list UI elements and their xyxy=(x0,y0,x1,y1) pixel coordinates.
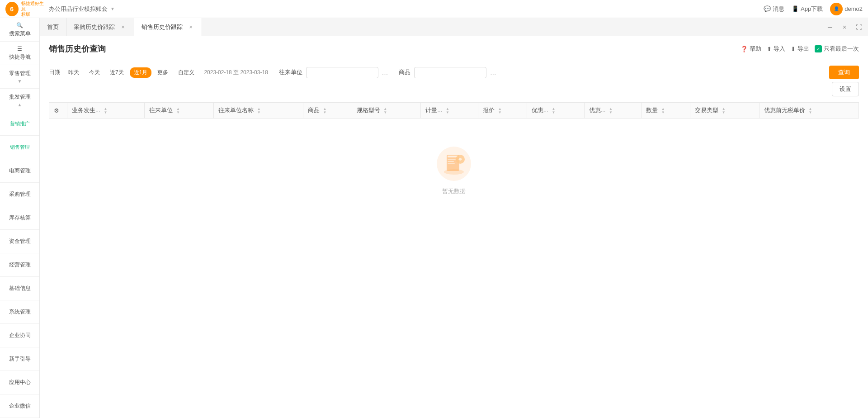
date-btn-custom[interactable]: 自定义 xyxy=(174,67,198,78)
app-download-button[interactable]: 📱 App下载 xyxy=(792,5,823,13)
sidebar-item-inventory[interactable]: 库存核算 xyxy=(0,206,39,230)
col-price[interactable]: 报价 ▲▼ xyxy=(478,103,527,119)
date-label: 日期 xyxy=(49,68,61,76)
sidebar-item-operations[interactable]: 经营管理 xyxy=(0,253,39,277)
table-area: ⚙ 业务发生... ▲▼ 往来单位 ▲▼ 往来单位名称 xyxy=(40,102,868,223)
date-btn-yesterday[interactable]: 昨天 xyxy=(64,67,83,78)
user-profile[interactable]: 👤 demo2 xyxy=(830,3,863,15)
sidebar-item-system[interactable]: 系统管理 xyxy=(0,300,39,324)
sidebar-item-app-center[interactable]: 应用中心 xyxy=(0,371,39,394)
sort-icon: ▲▼ xyxy=(722,107,726,114)
partner-dots[interactable]: ... xyxy=(382,68,388,76)
col-goods[interactable]: 商品 ▲▼ xyxy=(303,103,352,119)
col-partner-name[interactable]: 往来单位名称 ▲▼ xyxy=(214,103,303,119)
page-title: 销售历史价查询 xyxy=(49,43,106,54)
col-quantity[interactable]: 数量 ▲▼ xyxy=(642,103,690,119)
filter-line-1: 日期 昨天 今天 近7天 近1月 更多 自定义 2023-02-18 至 202… xyxy=(49,66,859,79)
settings-button[interactable]: 设置 xyxy=(832,82,859,96)
query-button[interactable]: 查询 xyxy=(829,66,859,79)
sidebar-search[interactable]: 🔍 搜索菜单 xyxy=(0,18,39,42)
partner-input[interactable] xyxy=(306,67,378,78)
import-button[interactable]: ⬆ 导入 xyxy=(767,45,785,53)
tab-close-all-button[interactable]: × xyxy=(839,22,850,33)
col-pre-tax-price[interactable]: 优惠前无税单价 ▲▼ xyxy=(759,103,859,119)
sidebar-item-wholesale[interactable]: 批发管理 ▲ xyxy=(0,89,39,112)
date-filter-group: 日期 昨天 今天 近7天 近1月 更多 自定义 2023-02-18 至 202… xyxy=(49,67,268,78)
date-range-display: 2023-02-18 至 2023-03-18 xyxy=(204,69,268,76)
empty-icon xyxy=(436,146,472,182)
date-btn-more[interactable]: 更多 xyxy=(153,67,172,78)
message-icon: 💬 xyxy=(764,5,771,12)
col-partner-code[interactable]: 往来单位 ▲▼ xyxy=(145,103,214,119)
sort-icon: ▲▼ xyxy=(498,107,502,114)
partner-filter-group: 往来单位 ... xyxy=(279,67,388,78)
top-bar-right: 💬 消息 📱 App下载 👤 demo2 xyxy=(764,3,863,15)
sidebar-item-retail[interactable]: 零售管理 ▼ xyxy=(0,65,39,89)
sort-icon: ▲▼ xyxy=(176,107,180,114)
col-unit[interactable]: 计量... ▲▼ xyxy=(421,103,478,119)
date-btn-1month[interactable]: 近1月 xyxy=(130,67,152,78)
tab-sales-history[interactable]: 销售历史价跟踪 × xyxy=(134,18,202,36)
date-btn-7days[interactable]: 近7天 xyxy=(106,67,128,78)
sidebar-item-beginner[interactable]: 新手引导 xyxy=(0,347,39,371)
goods-input[interactable] xyxy=(414,67,486,78)
sort-icon: ▲▼ xyxy=(446,107,449,114)
logo-text: 畅捷通好生意 标版 xyxy=(21,1,45,17)
search-icon: 🔍 xyxy=(16,22,23,28)
tab-minimize-button[interactable]: ─ xyxy=(825,22,835,33)
sidebar-item-marketing[interactable]: 营销推广 xyxy=(0,112,39,136)
main-layout: 🔍 搜索菜单 ☰ 快捷导航 零售管理 ▼ 批发管理 ▲ 营销推广 销售管理 电商… xyxy=(0,18,868,418)
col-spec[interactable]: 规格型号 ▲▼ xyxy=(352,103,421,119)
tab-purchase-close[interactable]: × xyxy=(119,24,127,31)
only-last-checkbox[interactable]: ✓ xyxy=(815,45,822,52)
only-last-checkbox-label[interactable]: ✓ 只看最后一次 xyxy=(815,45,859,53)
col-trade-type[interactable]: 交易类型 ▲▼ xyxy=(690,103,760,119)
tab-home[interactable]: 首页 xyxy=(40,18,66,36)
top-bar: 6 畅捷通好生意 标版 办公用品行业模拟账套 ▼ 💬 消息 📱 App下载 👤 … xyxy=(0,0,868,18)
svg-rect-4 xyxy=(448,159,456,160)
partner-label: 往来单位 xyxy=(279,68,302,76)
export-button[interactable]: ⬇ 导出 xyxy=(791,45,809,53)
sidebar-item-wechat[interactable]: 企业微信 xyxy=(0,394,39,418)
tab-purchase-history[interactable]: 采购历史价跟踪 × xyxy=(66,18,134,36)
goods-label: 商品 xyxy=(399,68,410,76)
sidebar-item-purchase[interactable]: 采购管理 xyxy=(0,183,39,206)
sidebar-item-base-info[interactable]: 基础信息 xyxy=(0,277,39,300)
page-header: 销售历史价查询 ❓ 帮助 ⬆ 导入 ⬇ 导出 ✓ xyxy=(40,36,868,60)
tab-bar: 首页 采购历史价跟踪 × 销售历史价跟踪 × ─ × ⛶ xyxy=(40,18,868,36)
sidebar-item-collaboration[interactable]: 企业协同 xyxy=(0,324,39,347)
chevron-up-icon: ▲ xyxy=(18,102,22,107)
chevron-down-icon: ▼ xyxy=(18,79,22,84)
tab-bar-right: ─ × ⛶ xyxy=(825,22,868,33)
tab-maximize-button[interactable]: ⛶ xyxy=(854,22,864,33)
empty-state: 暂无数据 xyxy=(49,119,859,223)
col-discount2[interactable]: 优惠... ▲▼ xyxy=(584,103,642,119)
logo-icon: 6 xyxy=(5,2,19,16)
sort-icon: ▲▼ xyxy=(257,107,261,114)
sort-icon: ▲▼ xyxy=(323,107,326,114)
col-settings[interactable]: ⚙ xyxy=(49,103,67,119)
sidebar-nav[interactable]: ☰ 快捷导航 xyxy=(0,42,39,65)
table-header-row: ⚙ 业务发生... ▲▼ 往来单位 ▲▼ 往来单位名称 xyxy=(49,103,859,119)
app-title[interactable]: 办公用品行业模拟账套 ▼ xyxy=(45,5,764,13)
sidebar-item-finance[interactable]: 资金管理 xyxy=(0,230,39,253)
sidebar: 🔍 搜索菜单 ☰ 快捷导航 零售管理 ▼ 批发管理 ▲ 营销推广 销售管理 电商… xyxy=(0,18,40,418)
help-button[interactable]: ❓ 帮助 xyxy=(741,45,761,53)
page-content: 销售历史价查询 ❓ 帮助 ⬆ 导入 ⬇ 导出 ✓ xyxy=(40,36,868,418)
app-download-icon: 📱 xyxy=(792,5,799,12)
goods-dots[interactable]: ... xyxy=(490,68,496,76)
gear-icon: ⚙ xyxy=(54,107,59,114)
sort-icon: ▲▼ xyxy=(104,107,107,114)
sidebar-item-ecommerce[interactable]: 电商管理 xyxy=(0,159,39,183)
date-btn-today[interactable]: 今天 xyxy=(85,67,104,78)
help-icon: ❓ xyxy=(741,46,748,52)
nav-icon: ☰ xyxy=(17,46,22,52)
message-button[interactable]: 💬 消息 xyxy=(764,5,784,13)
sort-icon: ▲▼ xyxy=(809,107,812,114)
col-biz-date[interactable]: 业务发生... ▲▼ xyxy=(67,103,145,119)
tab-sales-close[interactable]: × xyxy=(187,24,194,31)
page-header-actions: ❓ 帮助 ⬆ 导入 ⬇ 导出 ✓ 只看最后一次 xyxy=(741,45,859,53)
col-discount1[interactable]: 优惠... ▲▼ xyxy=(527,103,585,119)
dropdown-icon[interactable]: ▼ xyxy=(110,6,115,11)
sidebar-item-sales[interactable]: 销售管理 xyxy=(0,136,39,159)
